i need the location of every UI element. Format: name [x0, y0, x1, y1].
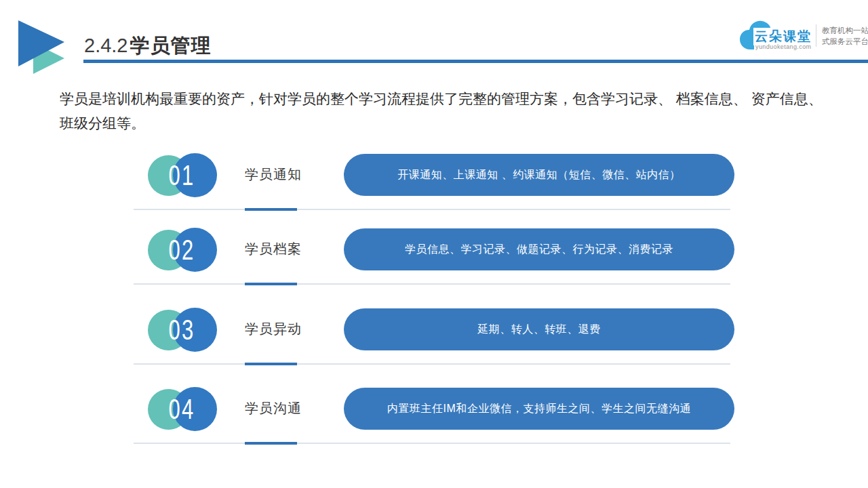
- divider-accent: [245, 363, 297, 365]
- brand-tagline-line1: 教育机构一站: [822, 25, 868, 36]
- feature-detail-pill: 学员信息、学习记录、做题记录、行为记录、消费记录: [344, 228, 734, 270]
- feature-label: 学员档案: [245, 240, 319, 258]
- feature-list: 01 学员通知 开课通知、上课通知 、约课通知（短信、微信、站内信） 02 学员…: [134, 0, 734, 488]
- divider-accent: [245, 283, 297, 285]
- row-divider: [134, 442, 730, 445]
- feature-detail-text: 内置班主任IM和企业微信，支持师生之间、学生之间无缝沟通: [387, 402, 691, 416]
- step-badge: 04: [148, 387, 217, 432]
- brand-separator: [816, 24, 816, 47]
- step-badge: 03: [148, 308, 217, 352]
- slide: 2.4.2学员管理 云朵课堂 yunduoketang.com 教育机构一站 式…: [0, 0, 868, 488]
- step-badge: 02: [148, 228, 217, 272]
- feature-row-3: 03 学员异动 延期、转人、转班、退费: [134, 298, 734, 378]
- brand-tagline: 教育机构一站 式服务云平台: [822, 25, 868, 47]
- divider-line: [134, 443, 730, 444]
- brand-domain: yunduoketang.com: [754, 43, 812, 50]
- step-number: 04: [157, 392, 206, 426]
- step-number: 03: [157, 313, 206, 346]
- divider-accent: [245, 442, 297, 445]
- divider-line: [134, 209, 730, 210]
- feature-detail-pill: 延期、转人、转班、退费: [344, 308, 734, 350]
- row-divider: [134, 283, 730, 285]
- divider-line: [134, 363, 730, 365]
- feature-detail-pill: 开课通知、上课通知 、约课通知（短信、微信、站内信）: [344, 154, 734, 196]
- feature-row-1: 01 学员通知 开课通知、上课通知 、约课通知（短信、微信、站内信）: [134, 144, 734, 223]
- step-badge: 01: [148, 153, 217, 198]
- divider-line: [134, 283, 730, 285]
- step-number: 01: [157, 159, 206, 192]
- feature-detail-text: 学员信息、学习记录、做题记录、行为记录、消费记录: [405, 243, 673, 257]
- row-divider: [134, 363, 730, 365]
- feature-detail-text: 开课通知、上课通知 、约课通知（短信、微信、站内信）: [397, 168, 680, 182]
- section-number: 2.4.2: [84, 35, 128, 56]
- feature-label: 学员沟通: [245, 399, 319, 418]
- divider-accent: [245, 208, 297, 211]
- feature-row-4: 04 学员沟通 内置班主任IM和企业微信，支持师生之间、学生之间无缝沟通: [134, 378, 734, 457]
- feature-detail-pill: 内置班主任IM和企业微信，支持师生之间、学生之间无缝沟通: [344, 388, 734, 430]
- feature-label: 学员通知: [245, 165, 319, 184]
- feature-row-2: 02 学员档案 学员信息、学习记录、做题记录、行为记录、消费记录: [134, 218, 734, 298]
- brand-logo: 云朵课堂 yunduoketang.com 教育机构一站 式服务云平台: [736, 18, 868, 55]
- step-number: 02: [157, 233, 206, 266]
- brand-tagline-line2: 式服务云平台: [822, 36, 868, 47]
- row-divider: [134, 208, 730, 211]
- feature-detail-text: 延期、转人、转班、退费: [477, 323, 601, 337]
- feature-label: 学员异动: [245, 320, 319, 338]
